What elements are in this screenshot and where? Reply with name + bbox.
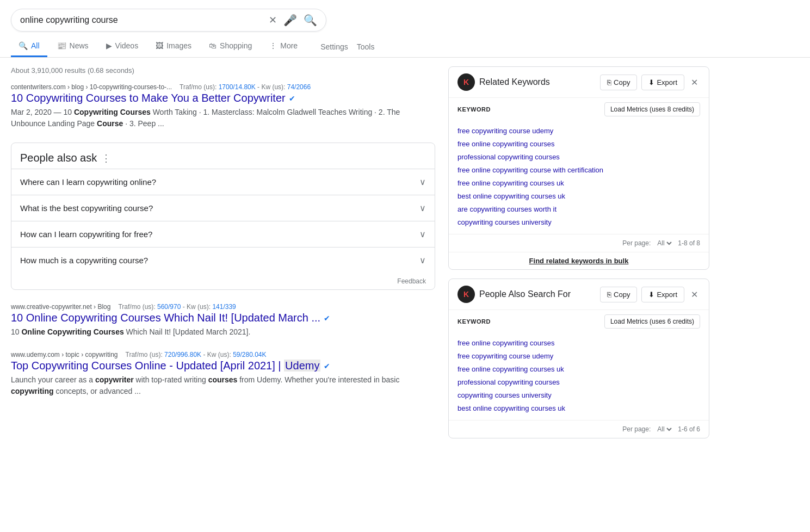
- related-keywords-close-icon[interactable]: ✕: [689, 75, 700, 90]
- keyword-item-ps-1: free online copywriting courses: [457, 336, 700, 349]
- related-keywords-copy-button[interactable]: ⎘ Copy: [600, 75, 637, 90]
- microphone-icon[interactable]: 🎤: [283, 14, 297, 27]
- keyword-item-rk-4: free online copywriting course with cert…: [457, 163, 700, 176]
- people-search-card: K People Also Search For ⎘ Copy ⬇ Export…: [448, 279, 709, 438]
- result-1-title[interactable]: 10 Copywriting Courses to Make You a Bet…: [11, 92, 435, 104]
- paa-menu-icon[interactable]: ⋮: [101, 152, 111, 164]
- keyword-link-rk-8[interactable]: copywriting courses university: [457, 218, 552, 226]
- keyword-link-ps-1[interactable]: free online copywriting courses: [457, 339, 554, 347]
- keyword-link-rk-2[interactable]: free online copywriting courses: [457, 140, 554, 148]
- result-1-kw-label: - Kw (us):: [257, 83, 287, 91]
- tools-link[interactable]: Tools: [357, 42, 375, 51]
- paa-item-3[interactable]: How can I learn copywriting for free? ∨: [11, 221, 435, 247]
- keyword-link-rk-4[interactable]: free online copywriting course with cert…: [457, 166, 603, 174]
- people-also-ask-box: People also ask ⋮ Where can I learn copy…: [11, 143, 435, 290]
- tab-videos[interactable]: ▶ Videos: [98, 36, 146, 57]
- settings-link[interactable]: Settings: [320, 42, 348, 51]
- result-2-title-text: 10 Online Copywriting Courses Which Nail…: [11, 312, 320, 324]
- result-2-kw-value: 141/339: [212, 303, 236, 311]
- page-wrapper: ✕ 🎤 🔍 🔍 All 📰 News ▶ Videos 🖼 Images 🛍 S…: [0, 0, 810, 532]
- keyword-item-ps-3: free online copywriting courses uk: [457, 362, 700, 375]
- keyword-item-rk-2: free online copywriting courses: [457, 137, 700, 150]
- result-1-url-text: contentwriters.com › blog › 10-copywriti…: [11, 83, 172, 91]
- people-search-copy-button[interactable]: ⎘ Copy: [600, 287, 637, 302]
- keyword-link-ps-3[interactable]: free online copywriting courses uk: [457, 365, 564, 373]
- copy-label: Copy: [614, 78, 630, 86]
- tab-more[interactable]: ⋮ More: [262, 36, 305, 57]
- copy-icon: ⎘: [607, 78, 611, 86]
- paa-item-2[interactable]: What is the best copywriting course? ∨: [11, 195, 435, 221]
- paa-question-3: How can I learn copywriting for free?: [20, 230, 152, 239]
- related-keywords-load-metrics-button[interactable]: Load Metrics (uses 8 credits): [604, 102, 700, 116]
- paa-item-4[interactable]: How much is a copywriting course? ∨: [11, 247, 435, 273]
- result-3-kw-label: - Kw (us):: [203, 351, 233, 358]
- keyword-item-ps-4: professional copywriting courses: [457, 375, 700, 388]
- search-bar: ✕ 🎤 🔍: [11, 9, 326, 32]
- paa-header: People also ask ⋮: [11, 143, 435, 169]
- keyword-link-ps-4[interactable]: professional copywriting courses: [457, 378, 560, 386]
- people-search-close-icon[interactable]: ✕: [689, 287, 700, 302]
- keyword-link-rk-7[interactable]: are copywriting courses worth it: [457, 205, 557, 213]
- keyword-link-ps-6[interactable]: best online copywriting courses uk: [457, 404, 565, 412]
- related-keywords-per-page-select[interactable]: All: [655, 239, 673, 248]
- result-1-verified-icon: ✔: [289, 94, 295, 103]
- people-copy-label: Copy: [614, 290, 630, 299]
- people-search-export-button[interactable]: ⬇ Export: [641, 287, 684, 302]
- main-content: About 3,910,000 results (0.68 seconds) c…: [0, 58, 810, 532]
- result-1-kw-value: 74/2066: [287, 83, 311, 91]
- related-keywords-list: free copywriting course udemy free onlin…: [449, 121, 709, 234]
- keyword-item-ps-2: free copywriting course udemy: [457, 349, 700, 362]
- keyword-item-ps-5: copywriting courses university: [457, 388, 700, 401]
- tab-news[interactable]: 📰 News: [50, 36, 96, 57]
- find-bulk-link[interactable]: Find related keywords in bulk: [449, 252, 709, 269]
- result-3-title[interactable]: Top Copywriting Courses Online - Updated…: [11, 360, 435, 372]
- keyword-link-rk-3[interactable]: professional copywriting courses: [457, 153, 560, 161]
- keyword-item-ps-6: best online copywriting courses uk: [457, 401, 700, 415]
- search-submit-icon[interactable]: 🔍: [304, 14, 317, 27]
- people-export-icon: ⬇: [648, 290, 654, 299]
- paa-item-1[interactable]: Where can I learn copywriting online? ∨: [11, 169, 435, 195]
- keyword-link-rk-1[interactable]: free copywriting course udemy: [457, 127, 553, 135]
- search-input[interactable]: [20, 15, 269, 25]
- result-1-snippet: Mar 2, 2020 — 10 Copywriting Courses Wor…: [11, 107, 435, 129]
- right-column: K Related Keywords ⎘ Copy ⬇ Export ✕: [448, 66, 709, 523]
- people-search-page-count: 1-6 of 6: [678, 425, 700, 433]
- related-keywords-card: K Related Keywords ⎘ Copy ⬇ Export ✕: [448, 66, 709, 270]
- tab-all[interactable]: 🔍 All: [11, 36, 47, 57]
- people-search-logo: K: [457, 286, 475, 303]
- paa-chevron-4: ∨: [419, 255, 426, 265]
- related-keywords-logo: K: [457, 73, 475, 91]
- related-keywords-export-button[interactable]: ⬇ Export: [641, 75, 684, 90]
- result-3-url: www.udemy.com › topic › copywriting Traf…: [11, 351, 435, 358]
- paa-question-2: What is the best copywriting course?: [20, 203, 153, 213]
- search-result-2: www.creative-copywriter.net › Blog Traf/…: [11, 303, 435, 338]
- result-1-title-text: 10 Copywriting Courses to Make You a Bet…: [11, 92, 286, 104]
- result-3-snippet: Launch your career as a copywriter with …: [11, 374, 435, 397]
- keyword-link-ps-5[interactable]: copywriting courses university: [457, 391, 552, 399]
- shopping-tab-icon: 🛍: [209, 41, 217, 50]
- search-result-1: contentwriters.com › blog › 10-copywriti…: [11, 83, 435, 129]
- images-tab-icon: 🖼: [156, 41, 163, 50]
- result-2-title[interactable]: 10 Online Copywriting Courses Which Nail…: [11, 312, 435, 324]
- keyword-link-ps-2[interactable]: free copywriting course udemy: [457, 352, 553, 360]
- keyword-link-rk-5[interactable]: free online copywriting courses uk: [457, 179, 564, 187]
- result-2-url: www.creative-copywriter.net › Blog Traf/…: [11, 303, 435, 311]
- people-search-load-metrics-button[interactable]: Load Metrics (uses 6 credits): [604, 314, 700, 329]
- result-3-kw-value: 59/280.04K: [233, 351, 266, 358]
- nav-settings: Settings Tools: [320, 42, 374, 51]
- clear-icon[interactable]: ✕: [269, 14, 277, 26]
- tab-images[interactable]: 🖼 Images: [148, 36, 199, 57]
- people-search-per-page-select[interactable]: All: [655, 425, 673, 434]
- paa-question-1: Where can I learn copywriting online?: [20, 177, 156, 187]
- keyword-link-rk-6[interactable]: best online copywriting courses uk: [457, 192, 565, 200]
- tab-images-label: Images: [166, 41, 191, 50]
- result-2-verified-icon: ✔: [324, 314, 330, 323]
- result-2-meta: Traf/mo (us): 560/970 - Kw (us): 141/339: [118, 303, 236, 311]
- feedback-link[interactable]: Feedback: [397, 277, 426, 285]
- result-1-meta: Traf/mo (us): 1700/14.80K - Kw (us): 74/…: [180, 83, 311, 91]
- related-keywords-subheader: KEYWORD Load Metrics (uses 8 credits): [449, 98, 709, 121]
- tab-shopping-label: Shopping: [220, 41, 252, 50]
- results-count: About 3,910,000 results (0.68 seconds): [11, 66, 435, 75]
- people-search-list: free online copywriting courses free cop…: [449, 333, 709, 420]
- tab-shopping[interactable]: 🛍 Shopping: [201, 36, 259, 57]
